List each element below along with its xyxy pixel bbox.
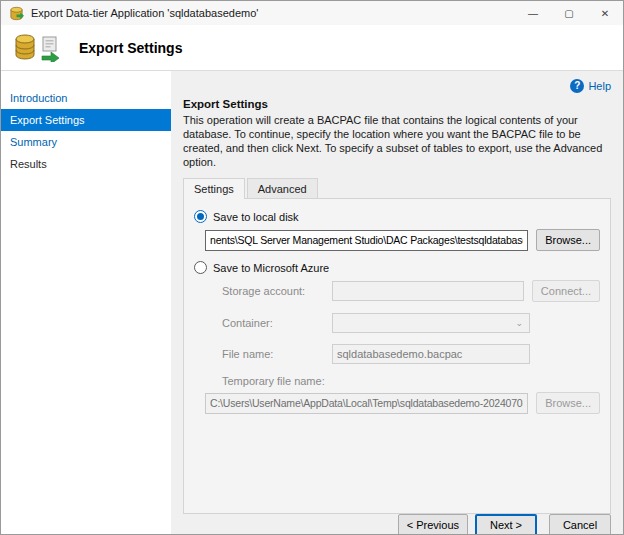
- previous-button[interactable]: < Previous: [398, 514, 468, 535]
- connect-button[interactable]: Connect...: [532, 280, 600, 302]
- azure-radio[interactable]: [194, 261, 207, 274]
- settings-tab-pane: Save to local disk Browse... Save to Mic…: [183, 198, 611, 514]
- local-path-row: Browse...: [194, 229, 600, 251]
- local-path-input[interactable]: [205, 230, 528, 251]
- tab-advanced[interactable]: Advanced: [247, 178, 318, 198]
- container-label: Container:: [222, 317, 324, 329]
- temp-file-input[interactable]: [205, 393, 528, 414]
- container-select[interactable]: ⌄: [332, 313, 530, 333]
- tab-settings[interactable]: Settings: [183, 178, 245, 199]
- help-icon[interactable]: ?: [570, 79, 584, 93]
- sidebar-item-summary[interactable]: Summary: [1, 131, 171, 153]
- window-controls: — ▢ ✕: [515, 1, 623, 25]
- azure-radio-label: Save to Microsoft Azure: [213, 262, 329, 274]
- window-title: Export Data-tier Application 'sqldatabas…: [31, 7, 258, 19]
- sidebar-item-export-settings[interactable]: Export Settings: [1, 109, 171, 131]
- app-icon: [9, 5, 25, 21]
- wizard-header: Export Settings: [1, 25, 623, 71]
- sidebar-item-introduction[interactable]: Introduction: [1, 87, 171, 109]
- cancel-button[interactable]: Cancel: [549, 514, 611, 535]
- help-row: ? Help: [183, 77, 611, 94]
- tab-strip: Settings Advanced: [183, 178, 611, 198]
- browse-temp-button[interactable]: Browse...: [536, 392, 600, 414]
- help-link[interactable]: Help: [588, 80, 611, 92]
- maximize-button[interactable]: ▢: [551, 1, 587, 25]
- temp-file-row: Browse...: [194, 392, 600, 414]
- save-to-azure-option[interactable]: Save to Microsoft Azure: [194, 261, 600, 274]
- storage-account-label: Storage account:: [222, 285, 324, 297]
- export-arrow-icon: [39, 34, 63, 62]
- file-name-label: File name:: [222, 348, 324, 360]
- storage-account-input[interactable]: [332, 281, 524, 301]
- wizard-body: Introduction Export Settings Summary Res…: [1, 71, 623, 534]
- section-title: Export Settings: [183, 98, 611, 110]
- main-panel: ? Help Export Settings This operation wi…: [171, 71, 623, 534]
- export-wizard-window: Export Data-tier Application 'sqldatabas…: [0, 0, 624, 535]
- header-icons: [13, 34, 63, 62]
- database-icon: [13, 34, 37, 62]
- local-disk-radio[interactable]: [194, 210, 207, 223]
- local-disk-radio-label: Save to local disk: [213, 211, 299, 223]
- page-title: Export Settings: [79, 40, 182, 56]
- container-row: Container: ⌄: [194, 313, 600, 333]
- title-bar: Export Data-tier Application 'sqldatabas…: [1, 1, 623, 25]
- file-name-input[interactable]: [332, 344, 530, 364]
- section-description: This operation will create a BACPAC file…: [183, 113, 611, 169]
- close-button[interactable]: ✕: [587, 1, 623, 25]
- chevron-down-icon: ⌄: [515, 318, 523, 328]
- file-name-row: File name:: [194, 344, 600, 364]
- minimize-button[interactable]: —: [515, 1, 551, 25]
- browse-local-button[interactable]: Browse...: [536, 229, 600, 251]
- next-button[interactable]: Next >: [475, 514, 537, 535]
- save-to-local-disk-option[interactable]: Save to local disk: [194, 210, 600, 223]
- storage-account-row: Storage account: Connect...: [194, 280, 600, 302]
- wizard-footer: < Previous Next > Cancel: [183, 514, 611, 535]
- temp-file-name-label: Temporary file name:: [194, 375, 600, 387]
- wizard-steps-sidebar: Introduction Export Settings Summary Res…: [1, 71, 171, 534]
- sidebar-item-results[interactable]: Results: [1, 153, 171, 175]
